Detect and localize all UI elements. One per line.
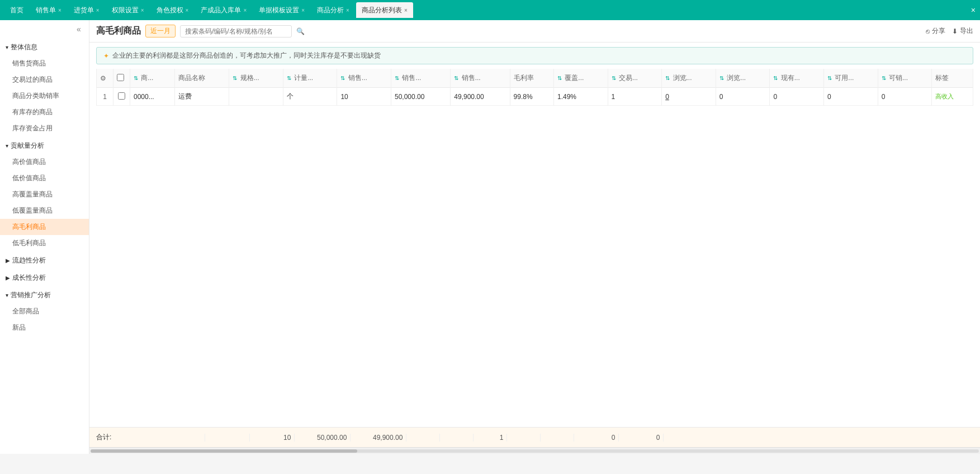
row-stock-available: 0 (824, 88, 878, 106)
views1-link[interactable]: 0 (665, 93, 669, 101)
tip-bar: ✦ 企业的主要的利润都是这部分商品创造的，可考虑加大推广，同时关注库存是不要出现… (96, 47, 973, 64)
sort-icon-sales-qty: ⇅ (340, 75, 345, 81)
footer-views2-empty (541, 434, 574, 442)
table-row: 1 0000... 运费 个 10 50,000.00 49,900.00 99… (97, 88, 973, 106)
tab-close-role[interactable]: × (186, 7, 189, 13)
footer-views1-empty (507, 434, 541, 442)
share-button[interactable]: ⎋ 分享 (926, 26, 945, 36)
th-sales-qty[interactable]: ⇅ 销售... (337, 69, 391, 88)
row-sales-amount: 50,000.00 (391, 88, 451, 106)
sidebar-group-growth[interactable]: ▶ 成长性分析 (0, 269, 89, 286)
search-input[interactable] (180, 25, 292, 37)
sidebar-item-new-goods[interactable]: 新品 (0, 320, 89, 336)
sidebar-group-overall[interactable]: ▾ 整体信息 (0, 38, 89, 55)
sidebar-group-contribution-items: 高价值商品 低价值商品 高覆盖量商品 低覆盖量商品 高毛利商品 低毛利商品 (0, 154, 89, 251)
sidebar-item-stock-capital[interactable]: 库存资金占用 (0, 120, 89, 137)
sort-icon-coverage: ⇅ (557, 75, 562, 81)
th-sales-cost[interactable]: ⇅ 销售... (451, 69, 510, 88)
th-tag: 标签 (932, 69, 973, 88)
row-checkbox-cell (113, 88, 130, 106)
nav-tab-template[interactable]: 单据模板设置 × (253, 2, 310, 18)
nav-tab-product-inbound[interactable]: 产成品入库单 × (195, 2, 252, 18)
th-code[interactable]: ⇅ 商... (130, 69, 175, 88)
content-header: 高毛利商品 近一月 🔍 ⎋ 分享 ⬇ 导出 (89, 20, 980, 43)
nav-tab-purchase[interactable]: 进货单 × (68, 2, 105, 18)
sidebar-item-traded-goods[interactable]: 交易过的商品 (0, 72, 89, 88)
sidebar-group-contribution[interactable]: ▾ 贡献量分析 (0, 137, 89, 154)
tab-close-sales[interactable]: × (58, 7, 61, 13)
nav-tab-sales[interactable]: 销售单 × (30, 2, 67, 18)
sidebar-group-marketing-items: 全部商品 新品 (0, 303, 89, 336)
row-tag: 高收入 (932, 88, 973, 106)
search-icon[interactable]: 🔍 (296, 27, 305, 35)
footer-sales-cost: 49,900.00 (351, 434, 406, 442)
sort-icon-stock-available: ⇅ (827, 75, 832, 81)
sidebar-item-high-margin[interactable]: 高毛利商品 (0, 219, 89, 235)
row-spec (229, 88, 283, 106)
tab-close-product-analysis-list[interactable]: × (404, 7, 408, 13)
row-gross-margin: 99.8% (510, 88, 553, 106)
th-sales-amount[interactable]: ⇅ 销售... (391, 69, 451, 88)
th-transaction[interactable]: ⇅ 交易... (608, 69, 662, 88)
footer-gross-margin-empty (406, 434, 440, 442)
export-button[interactable]: ⬇ 导出 (952, 26, 973, 36)
row-name: 运费 (174, 88, 229, 106)
sort-icon-unit: ⇅ (287, 75, 291, 81)
th-views2[interactable]: ⇅ 浏览... (716, 69, 770, 88)
page-title: 高毛利商品 (96, 25, 141, 37)
nav-tab-product-analysis-list[interactable]: 商品分析列表 × (356, 2, 413, 18)
select-all-checkbox[interactable] (117, 74, 124, 81)
th-spec[interactable]: ⇅ 规格... (229, 69, 283, 88)
tab-close-permission[interactable]: × (141, 7, 144, 13)
th-views1[interactable]: ⇅ 浏览... (662, 69, 716, 88)
footer-empty2 (205, 434, 250, 442)
sidebar-item-low-margin[interactable]: 低毛利商品 (0, 235, 89, 251)
row-checkbox[interactable] (118, 92, 125, 100)
th-stock-current[interactable]: ⇅ 现有... (770, 69, 824, 88)
tip-icon: ✦ (103, 52, 109, 60)
footer-total-label: 合计: (96, 433, 111, 442)
sort-icon-spec: ⇅ (233, 75, 237, 81)
sidebar-item-sales-goods[interactable]: 销售货商品 (0, 55, 89, 72)
tab-close-purchase[interactable]: × (96, 7, 100, 13)
row-transaction: 1 (608, 88, 662, 106)
share-icon: ⎋ (926, 27, 930, 35)
sidebar: « ▾ 整体信息 销售货商品 交易过的商品 商品分类助销率 有库存的商品 库存资… (0, 20, 89, 454)
nav-tab-role[interactable]: 角色授权 × (151, 2, 195, 18)
sidebar-item-low-coverage[interactable]: 低覆盖量商品 (0, 203, 89, 219)
arrow-down-icon-marketing: ▾ (6, 292, 8, 298)
sidebar-item-high-value[interactable]: 高价值商品 (0, 154, 89, 170)
top-navigation: 首页 销售单 × 进货单 × 权限设置 × 角色授权 × 产成品入库单 × 单据… (0, 0, 980, 20)
th-stock-salable[interactable]: ⇅ 可销... (878, 69, 932, 88)
tab-close-product-analysis[interactable]: × (346, 7, 349, 13)
sidebar-item-high-coverage[interactable]: 高覆盖量商品 (0, 186, 89, 203)
sidebar-item-all-goods[interactable]: 全部商品 (0, 303, 89, 320)
close-all-button[interactable]: × (971, 6, 976, 15)
sidebar-group-marketing[interactable]: ▾ 营销推广分析 (0, 286, 89, 303)
arrow-right-icon-trend: ▶ (6, 257, 10, 264)
sidebar-item-low-value[interactable]: 低价值商品 (0, 170, 89, 186)
tab-close-template[interactable]: × (301, 7, 305, 13)
tab-close-product-inbound[interactable]: × (243, 7, 247, 13)
tag-badge: 高收入 (935, 93, 954, 100)
sidebar-item-category-rate[interactable]: 商品分类助销率 (0, 88, 89, 104)
scrollbar-thumb[interactable] (91, 449, 357, 453)
sidebar-group-overall-items: 销售货商品 交易过的商品 商品分类助销率 有库存的商品 库存资金占用 (0, 55, 89, 137)
settings-icon[interactable]: ⚙ (100, 74, 106, 82)
th-coverage[interactable]: ⇅ 覆盖... (553, 69, 608, 88)
footer-stock-available: 0 (619, 434, 664, 442)
filter-recent-month-button[interactable]: 近一月 (145, 25, 176, 37)
nav-tab-permission[interactable]: 权限设置 × (106, 2, 150, 18)
footer-stock-current: 0 (574, 434, 619, 442)
scrollbar-track (91, 449, 979, 453)
th-stock-available[interactable]: ⇅ 可用... (824, 69, 878, 88)
sidebar-collapse-button[interactable]: « (73, 24, 84, 35)
nav-tab-home[interactable]: 首页 (4, 2, 29, 18)
sidebar-group-trend[interactable]: ▶ 流趋性分析 (0, 251, 89, 269)
sidebar-item-in-stock[interactable]: 有库存的商品 (0, 104, 89, 120)
nav-tab-product-analysis[interactable]: 商品分析 × (311, 2, 355, 18)
header-actions: ⎋ 分享 ⬇ 导出 (926, 26, 973, 36)
sort-icon-views1: ⇅ (665, 75, 670, 81)
horizontal-scrollbar[interactable] (89, 447, 980, 454)
th-unit[interactable]: ⇅ 计量... (283, 69, 337, 88)
